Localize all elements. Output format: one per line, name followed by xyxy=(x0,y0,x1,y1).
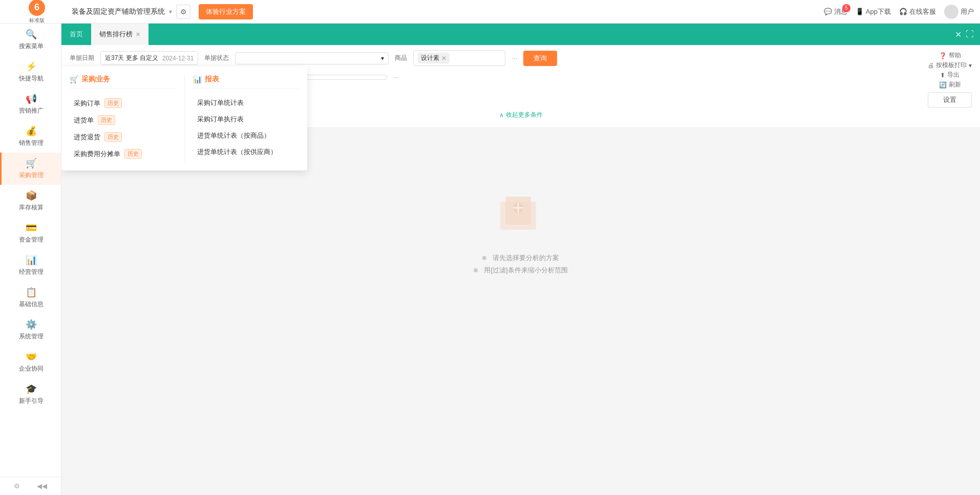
basic-icon: 📋 xyxy=(26,287,37,298)
sidebar-label-operations: 经营管理 xyxy=(19,268,44,276)
user-button[interactable]: 用户 xyxy=(944,5,974,19)
dot-1 xyxy=(482,256,486,260)
sidebar-label-system: 系统管理 xyxy=(19,332,44,341)
message-icon: 💬 xyxy=(824,8,832,15)
sidebar-label-sales: 销售管理 xyxy=(19,139,44,147)
purchase-menu-column: 🛒 采购业务 采购订单 历史 进货单 历史 进货退货 历史 xyxy=(61,75,184,162)
date-label: 单据日期 xyxy=(70,54,94,62)
dropdown-menu: 🛒 采购业务 采购订单 历史 进货单 历史 进货退货 历史 xyxy=(61,67,307,170)
print-icon: 🖨 xyxy=(928,62,934,69)
goods-tag: 设计素 ✕ xyxy=(418,53,450,63)
report-menu-column: 📊 报表 采购订单统计表 采购订单执行表 进货单统计表（按商品） 进货单统计表（… xyxy=(184,75,308,162)
menu-item-purchase-return[interactable]: 进货退货 历史 xyxy=(70,128,176,145)
goods-dots[interactable]: ··· xyxy=(512,54,517,62)
system-icon: ⚙️ xyxy=(26,319,37,330)
date-input[interactable]: 近37天 更多 自定义 2024-12-31 xyxy=(100,51,198,65)
top-bar: 6 标准版 装备及固定资产辅助管理系统 ▾ ⚙ 体验行业方案 💬 消息 5 📱 … xyxy=(0,0,980,24)
tab-home-label: 首页 xyxy=(70,30,83,39)
date-end: 2024-12-31 xyxy=(162,55,194,62)
menu-item-report-0[interactable]: 采购订单统计表 xyxy=(193,95,300,111)
sidebar-item-system[interactable]: ⚙️ 系统管理 xyxy=(0,314,61,346)
date-value: 近37天 更多 自定义 xyxy=(105,54,158,62)
salesman-dots[interactable]: ··· xyxy=(393,73,399,81)
menu-item-purchase-in[interactable]: 进货单 历史 xyxy=(70,112,176,128)
menu-item-report-3[interactable]: 进货单统计表（按供应商） xyxy=(193,144,300,160)
sidebar-label-search: 搜索菜单 xyxy=(19,42,44,51)
tab-sales-rank-label: 销售排行榜 xyxy=(99,30,133,39)
tab-bar-right: ✕ ⛶ xyxy=(955,30,980,39)
sidebar-label-enterprise: 企业协同 xyxy=(19,364,44,373)
print-button[interactable]: 🖨 按模板打印 ▾ xyxy=(928,61,972,70)
search-icon: 🔍 xyxy=(26,29,37,40)
refresh-button[interactable]: 🔄 刷新 xyxy=(939,80,961,89)
sidebar-item-guide[interactable]: 🎓 新手引导 xyxy=(0,378,61,411)
sidebar-item-marketing[interactable]: 📢 营销推广 xyxy=(0,88,61,120)
main-layout: 🔍 搜索菜单 ⚡ 快捷导航 📢 营销推广 💰 销售管理 🛒 采购管理 📦 库存核… xyxy=(0,24,980,495)
phone-icon: 📱 xyxy=(856,8,864,15)
sidebar-label-quick: 快捷导航 xyxy=(19,74,44,83)
purchase-menu-title: 🛒 采购业务 xyxy=(70,75,176,89)
status-label: 单据状态 xyxy=(204,54,229,62)
inventory-icon: 📦 xyxy=(26,190,37,201)
dropdown-arrow-icon[interactable]: ▾ xyxy=(169,8,172,15)
sidebar-label-capital: 资金管理 xyxy=(19,235,44,244)
menu-item-report-2[interactable]: 进货单统计表（按商品） xyxy=(193,127,300,144)
goods-input[interactable]: 设计素 ✕ xyxy=(413,50,505,66)
collapse-button[interactable]: ∧ 收起更多条件 xyxy=(499,111,543,119)
help-label[interactable]: 帮助 xyxy=(949,51,961,60)
message-badge: 5 xyxy=(842,4,850,12)
export-icon: ⬆ xyxy=(940,72,945,79)
tab-home[interactable]: 首页 xyxy=(61,24,91,45)
operations-icon: 📊 xyxy=(26,254,37,266)
content-area: 单据日期 近37天 更多 自定义 2024-12-31 单据状态 ▾ 商品 xyxy=(61,45,980,495)
logo-icon: 6 xyxy=(29,0,45,16)
sidebar-label-inventory: 库存核算 xyxy=(19,203,44,212)
main-content: 首页 销售排行榜 ✕ ✕ ⛶ 单据日期 xyxy=(61,24,980,495)
sidebar-label-basic: 基础信息 xyxy=(19,300,44,309)
gear-button[interactable]: ⚙ xyxy=(176,5,190,19)
sidebar-item-quick[interactable]: ⚡ 快捷导航 xyxy=(0,56,61,88)
close-tab-icon[interactable]: ✕ xyxy=(955,30,962,39)
headset-icon: 🎧 xyxy=(899,8,907,15)
menu-item-purchase-cost[interactable]: 采购费用分摊单 历史 xyxy=(70,145,176,162)
sidebar-item-capital[interactable]: 💳 资金管理 xyxy=(0,217,61,249)
sidebar-item-operations[interactable]: 📊 经营管理 xyxy=(0,249,61,282)
industry-button[interactable]: 体验行业方案 xyxy=(199,4,253,19)
purchase-icon: 🛒 xyxy=(26,158,37,169)
collapse-sidebar-icon[interactable]: ◀◀ xyxy=(37,482,47,490)
tab-close-icon[interactable]: ✕ xyxy=(136,31,140,38)
sidebar-item-basic[interactable]: 📋 基础信息 xyxy=(0,282,61,314)
sidebar-item-search[interactable]: 🔍 搜索菜单 xyxy=(0,24,61,56)
sidebar-item-sales[interactable]: 💰 销售管理 xyxy=(0,120,61,153)
goods-tag-close[interactable]: ✕ xyxy=(441,55,446,62)
menu-item-purchase-order[interactable]: 采购订单 历史 xyxy=(70,95,176,112)
sidebar-item-inventory[interactable]: 📦 库存核算 xyxy=(0,185,61,217)
guide-icon: 🎓 xyxy=(26,383,37,395)
set-button[interactable]: 设置 xyxy=(928,92,972,107)
empty-illustration xyxy=(490,186,551,247)
status-dropdown-icon: ▾ xyxy=(381,55,384,62)
export-button[interactable]: ⬆ 导出 xyxy=(940,71,960,79)
dot-2 xyxy=(474,268,478,272)
help-icon: ❓ xyxy=(939,52,947,59)
badge-history-2: 历史 xyxy=(104,132,122,142)
status-input[interactable]: ▾ xyxy=(235,52,389,64)
settings-bottom-icon[interactable]: ⚙ xyxy=(14,482,20,490)
app-download-button[interactable]: 📱 App下载 xyxy=(856,7,891,16)
system-name: 装备及固定资产辅助管理系统 ▾ ⚙ 体验行业方案 xyxy=(72,4,824,19)
sidebar: 🔍 搜索菜单 ⚡ 快捷导航 📢 营销推广 💰 销售管理 🛒 采购管理 📦 库存核… xyxy=(0,24,61,495)
sidebar-bottom: ⚙ ◀◀ xyxy=(0,477,61,495)
refresh-icon: 🔄 xyxy=(939,81,947,89)
logo-area: 6 标准版 xyxy=(6,0,68,24)
quick-icon: ⚡ xyxy=(26,61,37,72)
report-menu-icon: 📊 xyxy=(193,75,202,83)
badge-history-1: 历史 xyxy=(98,115,115,125)
query-button[interactable]: 查询 xyxy=(523,51,557,66)
menu-item-report-1[interactable]: 采购订单执行表 xyxy=(193,111,300,127)
message-button[interactable]: 💬 消息 5 xyxy=(824,7,847,16)
online-service-button[interactable]: 🎧 在线客服 xyxy=(899,7,936,16)
tab-sales-rank[interactable]: 销售排行榜 ✕ xyxy=(91,24,148,45)
sidebar-item-purchase[interactable]: 🛒 采购管理 xyxy=(0,153,61,185)
sidebar-item-enterprise[interactable]: 🤝 企业协同 xyxy=(0,346,61,378)
maximize-icon[interactable]: ⛶ xyxy=(966,30,974,39)
